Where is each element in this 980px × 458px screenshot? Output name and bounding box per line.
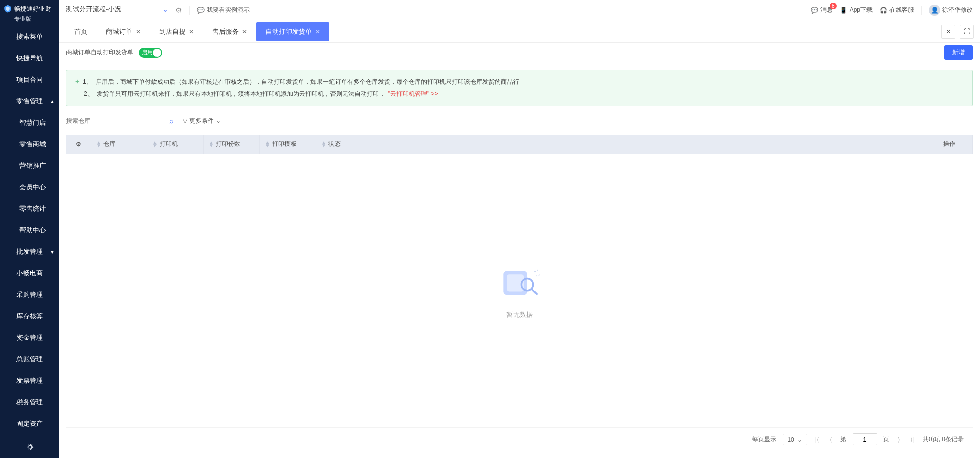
messages-button[interactable]: 💬 消息 8 xyxy=(811,6,833,14)
col-template[interactable]: ▲▼打印模板 xyxy=(260,135,316,154)
table: ⚙ ▲▼仓库 ▲▼打印机 ▲▼打印份数 ▲▼打印模板 ▲▼状态 操作 暂无数据 xyxy=(66,135,973,427)
svg-line-3 xyxy=(531,289,537,294)
tab[interactable]: 到店自提✕ xyxy=(150,22,203,41)
search-input[interactable] xyxy=(66,117,169,124)
sidebar-item[interactable]: 总账管理 xyxy=(0,348,59,370)
sidebar-item-label: 项目合同 xyxy=(16,75,43,84)
last-page-button[interactable]: ⟩| xyxy=(908,435,917,444)
sidebar-item[interactable]: 税务管理 xyxy=(0,391,59,413)
cloud-printer-link[interactable]: "云打印机管理" >> xyxy=(388,88,438,100)
sidebar-list: 搜索菜单快捷导航项目合同零售管理▲智慧门店零售商城营销推广会员中心零售统计帮助中… xyxy=(0,26,59,438)
sidebar-item[interactable]: 工资 xyxy=(0,434,59,438)
sidebar-item[interactable]: 零售统计 xyxy=(0,198,59,220)
sidebar-item[interactable]: 采购管理 xyxy=(0,284,59,306)
tab[interactable]: 售后服务✕ xyxy=(203,22,256,41)
per-page-select[interactable]: 10⌄ xyxy=(783,434,807,445)
sidebar-item-label: 固定资产 xyxy=(16,419,43,428)
topbar: 测试分开流程-小况 ⌄ ⚙ 💬 我要看实例演示 💬 消息 8 📱 App下载 🎧… xyxy=(59,0,980,20)
demo-link[interactable]: 💬 我要看实例演示 xyxy=(197,6,250,14)
app-download-label: App下载 xyxy=(850,6,873,14)
col-warehouse[interactable]: ▲▼仓库 xyxy=(91,135,147,154)
chevron-up-icon: ▲ xyxy=(50,99,55,104)
sidebar-item-label: 零售统计 xyxy=(19,204,46,213)
filter-row: ⌕ ▽ 更多条件 ⌄ xyxy=(66,115,973,127)
breadcrumb-selector[interactable]: 测试分开流程-小况 ⌄ xyxy=(66,5,168,15)
close-icon[interactable]: ✕ xyxy=(315,28,320,35)
messages-badge: 8 xyxy=(830,3,837,9)
info-line2-num: 2、 xyxy=(84,88,94,100)
page-summary: 共0页, 0条记录 xyxy=(923,435,964,444)
close-icon[interactable]: ✕ xyxy=(242,28,247,35)
sidebar: 畅捷通好业财 专业版 搜索菜单快捷导航项目合同零售管理▲智慧门店零售商城营销推广… xyxy=(0,0,59,458)
more-filters-label: 更多条件 xyxy=(189,117,214,125)
sidebar-item[interactable]: 批发管理▼ xyxy=(0,241,59,263)
empty-illustration-icon xyxy=(494,262,545,303)
prev-page-button[interactable]: ⟨ xyxy=(828,435,834,444)
breadcrumb-settings-icon[interactable]: ⚙ xyxy=(175,6,182,14)
sidebar-item[interactable]: 会员中心 xyxy=(0,177,59,198)
table-header: ⚙ ▲▼仓库 ▲▼打印机 ▲▼打印份数 ▲▼打印模板 ▲▼状态 操作 xyxy=(66,135,973,154)
sidebar-item[interactable]: 零售管理▲ xyxy=(0,91,59,112)
tab[interactable]: 商城订单✕ xyxy=(97,22,150,41)
breadcrumb-text: 测试分开流程-小况 xyxy=(66,5,121,14)
tab-label: 自动打印发货单 xyxy=(265,27,312,36)
tab[interactable]: 首页 xyxy=(65,22,97,41)
table-settings-button[interactable]: ⚙ xyxy=(66,135,91,154)
enable-toggle-label: 启用 xyxy=(139,49,153,56)
col-printer[interactable]: ▲▼打印机 xyxy=(147,135,204,154)
lightbulb-icon: ✦ xyxy=(75,76,80,88)
sidebar-item[interactable]: 智慧门店 xyxy=(0,112,59,134)
user-menu[interactable]: 👤 徐泽华修改 xyxy=(929,5,973,16)
sidebar-item[interactable]: 营销推广 xyxy=(0,155,59,177)
enable-toggle[interactable]: 启用 xyxy=(139,48,162,58)
divider xyxy=(921,6,922,15)
sidebar-item[interactable]: 帮助中心 xyxy=(0,220,59,241)
empty-state: 暂无数据 xyxy=(66,154,973,427)
add-button[interactable]: 新增 xyxy=(944,45,973,60)
sub-toolbar: 商城订单自动打印发货单 启用 新增 xyxy=(59,43,980,62)
more-filters-button[interactable]: ▽ 更多条件 ⌄ xyxy=(183,117,221,125)
search-icon[interactable]: ⌕ xyxy=(169,117,173,125)
col-copies[interactable]: ▲▼打印份数 xyxy=(204,135,260,154)
sidebar-item-label: 小畅电商 xyxy=(16,269,43,278)
col-status[interactable]: ▲▼状态 xyxy=(316,135,926,154)
sidebar-settings[interactable] xyxy=(0,438,59,458)
sidebar-item[interactable]: 发票管理 xyxy=(0,370,59,391)
fullscreen-button[interactable]: ⛶ xyxy=(960,25,974,39)
phone-icon: 📱 xyxy=(840,7,848,14)
sidebar-item[interactable]: 快捷导航 xyxy=(0,48,59,69)
close-all-tabs-button[interactable]: ✕ xyxy=(941,25,955,39)
sidebar-item-label: 零售管理 xyxy=(16,97,43,106)
tab[interactable]: 自动打印发货单✕ xyxy=(256,22,329,41)
sidebar-item-label: 资金管理 xyxy=(16,333,43,342)
sidebar-item-label: 税务管理 xyxy=(16,398,43,407)
sidebar-item-label: 零售商城 xyxy=(19,140,46,149)
sidebar-item-label: 发票管理 xyxy=(16,376,43,385)
sidebar-item[interactable]: 固定资产 xyxy=(0,413,59,434)
gear-icon xyxy=(26,443,34,451)
sidebar-item[interactable]: 小畅电商 xyxy=(0,263,59,284)
close-icon[interactable]: ✕ xyxy=(189,28,194,35)
subbar-title: 商城订单自动打印发货单 xyxy=(66,48,133,57)
sidebar-item-label: 会员中心 xyxy=(19,183,46,192)
sidebar-item[interactable]: 资金管理 xyxy=(0,327,59,348)
pagination: 每页显示 10⌄ |⟨ ⟨ 第 页 ⟩ ⟩| 共0页, 0条记录 xyxy=(66,427,973,451)
next-page-button[interactable]: ⟩ xyxy=(896,435,902,444)
first-page-button[interactable]: |⟨ xyxy=(813,435,821,444)
toggle-knob xyxy=(153,49,161,57)
sidebar-item[interactable]: 搜索菜单 xyxy=(0,26,59,48)
close-icon[interactable]: ✕ xyxy=(136,28,141,35)
sidebar-item[interactable]: 零售商城 xyxy=(0,134,59,155)
support-button[interactable]: 🎧 在线客服 xyxy=(880,6,914,14)
support-label: 在线客服 xyxy=(889,6,914,14)
empty-text: 暂无数据 xyxy=(506,310,533,319)
chevron-down-icon: ⌄ xyxy=(162,5,168,13)
sidebar-item-label: 帮助中心 xyxy=(19,226,46,235)
tab-label: 首页 xyxy=(74,27,87,36)
app-download-button[interactable]: 📱 App下载 xyxy=(840,6,873,14)
user-name: 徐泽华修改 xyxy=(942,6,973,14)
sidebar-item[interactable]: 项目合同 xyxy=(0,69,59,91)
page-input[interactable] xyxy=(853,433,877,445)
content: ✦ 1、 启用后，商城下单付款成功后（如果有审核是在审核之后），自动打印发货单，… xyxy=(59,62,980,458)
sidebar-item[interactable]: 库存核算 xyxy=(0,306,59,327)
